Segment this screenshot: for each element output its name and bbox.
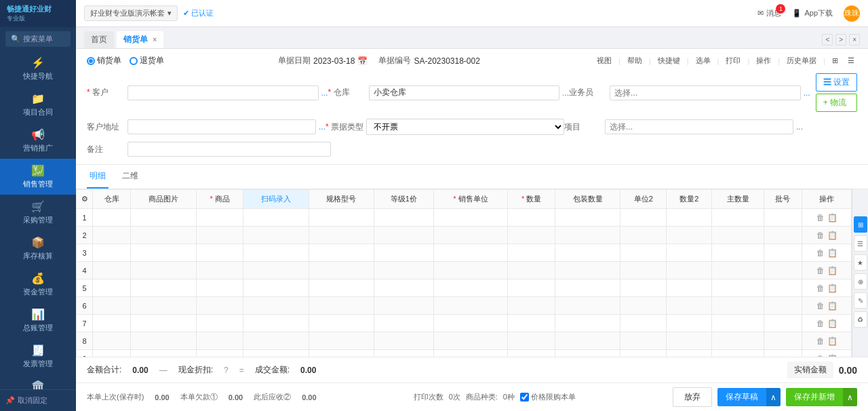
sidebar-item-quicknav[interactable]: ⚡ 快捷导航 (0, 51, 76, 87)
copy-icon[interactable]: 📋 (827, 319, 837, 328)
cell-scan[interactable] (243, 227, 309, 244)
right-btn-2[interactable]: ☰ (854, 235, 867, 252)
cell-qty2[interactable] (666, 209, 712, 227)
project-dots[interactable]: ... (796, 122, 803, 132)
cell-price1[interactable] (374, 332, 434, 350)
copy-icon[interactable]: 📋 (827, 266, 837, 275)
save-draft-btn[interactable]: 保存草稿 (717, 388, 766, 406)
cell-scan[interactable] (243, 332, 309, 350)
question-icon[interactable]: ? (224, 366, 229, 375)
cell-unit2[interactable] (620, 315, 667, 332)
cell-spec[interactable] (309, 297, 374, 315)
cell-unit[interactable] (433, 262, 508, 279)
cancel-pin-btn[interactable]: 📌 取消固定 (0, 389, 76, 411)
bill-date-value[interactable]: 2023-03-18 (313, 56, 355, 66)
cell-image[interactable] (131, 332, 196, 350)
delete-icon[interactable]: 🗑 (816, 283, 825, 293)
delete-icon[interactable]: 🗑 (816, 336, 825, 346)
setup-btn[interactable]: ☰ 设置 (816, 73, 857, 92)
cell-goods[interactable] (196, 209, 243, 227)
cell-warehouse[interactable] (93, 279, 131, 297)
cell-main-qty[interactable] (712, 279, 764, 297)
cell-warehouse[interactable] (93, 297, 131, 315)
select-btn[interactable]: 选单 (693, 54, 713, 67)
cell-main-qty[interactable] (712, 350, 764, 357)
cell-goods[interactable] (196, 315, 243, 332)
price-limit-checkbox[interactable]: 价格限购本单 (520, 392, 576, 402)
cell-unit[interactable] (433, 209, 508, 227)
address-dots[interactable]: ... (319, 122, 326, 132)
cell-spec[interactable] (309, 332, 374, 350)
user-profile[interactable]: 珠珠 (844, 5, 860, 22)
cell-batch[interactable] (764, 350, 802, 357)
sidebar-item-sales[interactable]: 💹 销售管理 (0, 159, 76, 195)
cell-warehouse[interactable] (93, 350, 131, 357)
radio-sales-order[interactable]: 销货单 (87, 55, 121, 66)
cell-unit[interactable] (433, 297, 508, 315)
right-btn-4[interactable]: ⊕ (854, 273, 867, 290)
sidebar-item-marketing[interactable]: 📢 营销推广 (0, 123, 76, 159)
cell-scan[interactable] (243, 262, 309, 279)
tab-2d[interactable]: 二维 (119, 165, 141, 189)
customer-input[interactable] (127, 85, 319, 100)
cell-spec[interactable] (309, 244, 374, 262)
messages-btn[interactable]: ✉ 消息 1 (757, 8, 781, 18)
cell-pack-qty[interactable] (555, 227, 620, 244)
cell-warehouse[interactable] (93, 209, 131, 227)
cell-goods[interactable] (196, 332, 243, 350)
cell-spec[interactable] (309, 350, 374, 357)
cell-qty[interactable] (508, 350, 555, 357)
delete-icon[interactable]: 🗑 (816, 213, 825, 222)
cell-scan[interactable] (243, 315, 309, 332)
customer-dots[interactable]: ... (321, 88, 328, 98)
cell-qty2[interactable] (666, 227, 712, 244)
cell-price1[interactable] (374, 244, 434, 262)
cell-batch[interactable] (764, 244, 802, 262)
tab-sales-order[interactable]: 销货单 × (117, 31, 163, 48)
cell-pack-qty[interactable] (555, 297, 620, 315)
sidebar-item-invoice[interactable]: 🧾 发票管理 (0, 338, 76, 374)
cell-unit[interactable] (433, 350, 508, 357)
sidebar-item-project[interactable]: 📁 项目合同 (0, 87, 76, 123)
cell-price1[interactable] (374, 209, 434, 227)
app-download-btn[interactable]: 📱 App下载 (792, 8, 833, 18)
cell-image[interactable] (131, 227, 196, 244)
invoice-select[interactable]: 不开票 (366, 119, 564, 135)
salesperson-input[interactable] (610, 85, 801, 100)
cell-pack-qty[interactable] (555, 209, 620, 227)
delete-icon[interactable]: 🗑 (816, 231, 825, 240)
warehouse-input[interactable] (369, 85, 560, 100)
cell-batch[interactable] (764, 315, 802, 332)
cell-main-qty[interactable] (712, 262, 764, 279)
right-btn-5[interactable]: ✎ (854, 292, 867, 309)
warehouse-dots[interactable]: ... (562, 88, 569, 98)
save-draft-arrow-btn[interactable]: ∧ (766, 388, 781, 406)
cell-warehouse[interactable] (93, 332, 131, 350)
sidebar-item-inventory[interactable]: 📦 库存核算 (0, 231, 76, 267)
cell-unit2[interactable] (620, 332, 667, 350)
cell-scan[interactable] (243, 279, 309, 297)
remark-input[interactable] (127, 142, 331, 157)
copy-icon[interactable]: 📋 (827, 301, 837, 311)
radio-return-order[interactable]: 退货单 (130, 55, 164, 66)
cell-scan[interactable] (243, 350, 309, 357)
sidebar-item-purchase[interactable]: 🛒 采购管理 (0, 195, 76, 231)
copy-icon[interactable]: 📋 (827, 231, 837, 240)
cell-spec[interactable] (309, 209, 374, 227)
cell-price1[interactable] (374, 279, 434, 297)
price-limit-input[interactable] (520, 393, 529, 402)
cell-unit[interactable] (433, 279, 508, 297)
cell-main-qty[interactable] (712, 315, 764, 332)
cell-pack-qty[interactable] (555, 262, 620, 279)
cell-qty2[interactable] (666, 262, 712, 279)
cell-image[interactable] (131, 262, 196, 279)
cell-qty[interactable] (508, 297, 555, 315)
cell-pack-qty[interactable] (555, 332, 620, 350)
copy-icon[interactable]: 📋 (827, 336, 837, 346)
cell-unit[interactable] (433, 227, 508, 244)
sidebar-item-finance[interactable]: 💰 资金管理 (0, 267, 76, 302)
calendar-icon[interactable]: 📅 (357, 56, 368, 66)
cell-warehouse[interactable] (93, 227, 131, 244)
tab-next-btn[interactable]: > (835, 34, 846, 45)
right-btn-6[interactable]: ♻ (854, 311, 867, 328)
